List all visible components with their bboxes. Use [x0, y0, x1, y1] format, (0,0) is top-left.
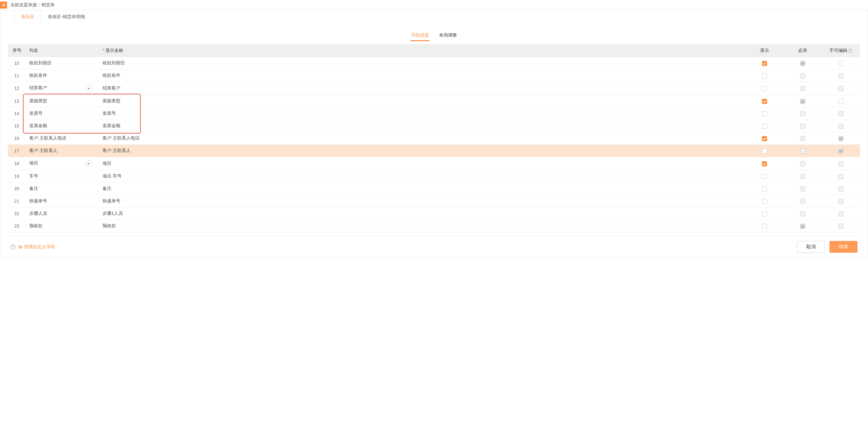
- required-checkbox: [800, 73, 805, 78]
- row-column-name: 发票号: [26, 107, 99, 120]
- col-display: *显示名称: [99, 45, 745, 57]
- required-checkbox: [800, 224, 805, 229]
- table-row[interactable]: 15发票金额发票金额: [8, 120, 860, 132]
- row-display-name[interactable]: 发票号: [99, 107, 745, 120]
- row-display-name[interactable]: 票据类型: [99, 95, 745, 107]
- readonly-checkbox[interactable]: [838, 99, 843, 104]
- row-index: 22: [8, 207, 26, 220]
- show-checkbox[interactable]: [762, 61, 767, 66]
- show-checkbox[interactable]: [762, 224, 767, 229]
- table-row[interactable]: 19车号项目.车号: [8, 170, 860, 182]
- show-checkbox[interactable]: [762, 73, 767, 78]
- col-seq: 序号: [8, 45, 26, 57]
- table-row[interactable]: 23预收款预收款: [8, 220, 860, 232]
- table-header-row: 序号 列名 *显示名称 显示 必录 不可编辑?: [8, 45, 860, 57]
- row-column-name: 快递单号: [26, 195, 99, 207]
- row-index: 17: [8, 145, 26, 157]
- required-checkbox: [800, 187, 805, 192]
- show-checkbox[interactable]: [762, 86, 767, 91]
- required-checkbox: [800, 86, 805, 91]
- show-checkbox[interactable]: [762, 187, 767, 192]
- row-display-name[interactable]: 步骤1人员: [99, 207, 745, 220]
- subtab-field-settings[interactable]: 字段设置: [410, 31, 430, 41]
- table-row[interactable]: 16客户.主联系人电话客户.主联系人电话: [8, 132, 860, 145]
- row-column-name: 预收款: [26, 220, 99, 232]
- required-checkbox: [800, 174, 805, 179]
- manage-custom-fields-link[interactable]: 管理自定义字段: [18, 244, 55, 250]
- row-column-name: 收款到期日: [26, 57, 99, 69]
- row-column-name: 客户.主联系人: [26, 145, 99, 157]
- show-checkbox[interactable]: [762, 161, 767, 166]
- row-index: 12: [8, 82, 26, 95]
- subtab-layout-adjust[interactable]: 布局调整: [438, 31, 458, 41]
- tab-header-area[interactable]: 表头区: [14, 10, 41, 24]
- row-display-name[interactable]: 项目: [99, 157, 745, 170]
- help-icon[interactable]: ?: [10, 245, 16, 250]
- readonly-checkbox: [838, 86, 843, 91]
- show-checkbox[interactable]: [762, 148, 767, 154]
- cancel-button[interactable]: 取消: [797, 241, 825, 253]
- add-subfield-button[interactable]: +: [85, 160, 92, 167]
- row-display-name[interactable]: 结算客户: [99, 82, 745, 95]
- col-readonly: 不可编辑?: [822, 45, 860, 57]
- table-row[interactable]: 11收款条件收款条件: [8, 69, 860, 82]
- readonly-checkbox: [838, 73, 843, 78]
- row-display-name[interactable]: 收款条件: [99, 69, 745, 82]
- sub-tabs: 字段设置 布局调整: [8, 31, 860, 41]
- row-display-name[interactable]: 项目.车号: [99, 170, 745, 182]
- col-name: 列名: [26, 45, 99, 57]
- row-display-name[interactable]: 发票金额: [99, 120, 745, 132]
- add-subfield-button[interactable]: +: [85, 85, 92, 91]
- row-index: 23: [8, 220, 26, 232]
- row-column-name: 项目+: [26, 157, 99, 170]
- row-index: 18: [8, 157, 26, 170]
- required-checkbox: [800, 199, 805, 204]
- table-row[interactable]: 17客户.主联系人客户.主联系人: [8, 145, 860, 157]
- show-checkbox[interactable]: [762, 199, 767, 204]
- save-button[interactable]: 保存: [830, 241, 858, 253]
- expand-toggle-button[interactable]: [0, 2, 7, 9]
- row-index: 15: [8, 120, 26, 132]
- row-display-name[interactable]: 快递单号: [99, 195, 745, 207]
- required-checkbox: [800, 99, 805, 104]
- row-index: 21: [8, 195, 26, 207]
- page-title: 当前设置单据：销货单: [10, 2, 55, 8]
- readonly-checkbox: [838, 187, 843, 192]
- table-row[interactable]: 13票据类型票据类型: [8, 95, 860, 107]
- row-index: 20: [8, 182, 26, 195]
- table-row[interactable]: 10收款到期日收款到期日: [8, 57, 860, 69]
- show-checkbox[interactable]: [762, 174, 767, 179]
- required-checkbox: [800, 124, 805, 129]
- chevron-right-double-icon: [1, 3, 6, 7]
- table-row[interactable]: 18项目+项目: [8, 157, 860, 170]
- table-row[interactable]: 20备注备注: [8, 182, 860, 195]
- table-row[interactable]: 12结算客户+结算客户: [8, 82, 860, 95]
- show-checkbox[interactable]: [762, 211, 767, 217]
- table-row[interactable]: 21快递单号快递单号: [8, 195, 860, 207]
- required-checkbox: [800, 61, 805, 66]
- readonly-checkbox: [838, 174, 843, 179]
- row-display-name[interactable]: 预收款: [99, 220, 745, 232]
- show-checkbox[interactable]: [762, 99, 767, 104]
- readonly-checkbox: [838, 124, 843, 129]
- field-table: 序号 列名 *显示名称 显示 必录 不可编辑? 10收款到期日收款到期日11收款…: [8, 44, 860, 232]
- gear-icon: [18, 245, 23, 249]
- row-display-name[interactable]: 客户.主联系人电话: [99, 132, 745, 145]
- table-row[interactable]: 14发票号发票号: [8, 107, 860, 120]
- row-column-name: 发票金额: [26, 120, 99, 132]
- required-checkbox: [800, 211, 805, 217]
- row-display-name[interactable]: 客户.主联系人: [99, 145, 745, 157]
- show-checkbox[interactable]: [762, 124, 767, 129]
- readonly-checkbox[interactable]: [838, 61, 843, 66]
- show-checkbox[interactable]: [762, 111, 767, 116]
- row-column-name: 收款条件: [26, 69, 99, 82]
- area-tabs: 表头区 表体区-销货单明细: [14, 10, 860, 24]
- row-display-name[interactable]: 收款到期日: [99, 57, 745, 69]
- title-bar: 当前设置单据：销货单: [0, 0, 868, 10]
- show-checkbox[interactable]: [762, 136, 767, 141]
- table-row[interactable]: 22步骤人员步骤1人员: [8, 207, 860, 220]
- row-display-name[interactable]: 备注: [99, 182, 745, 195]
- required-checkbox: [800, 111, 805, 116]
- tab-body-area[interactable]: 表体区-销货单明细: [41, 10, 92, 24]
- help-icon[interactable]: ?: [848, 49, 852, 53]
